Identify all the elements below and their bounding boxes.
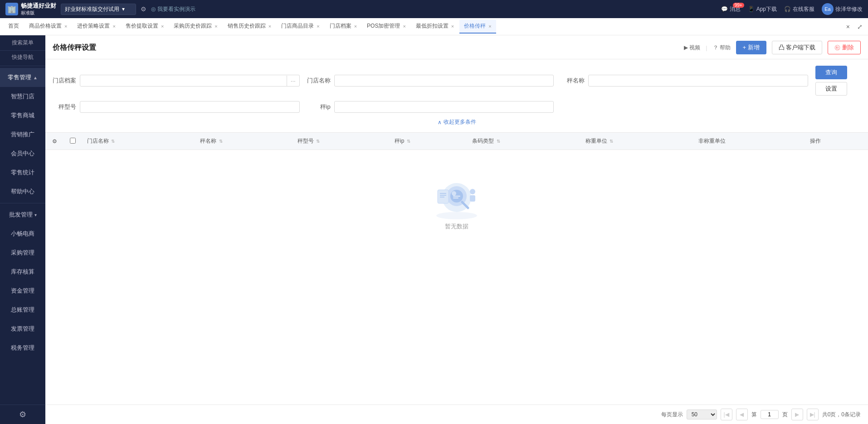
sidebar-item-retail-mall[interactable]: 零售商城 xyxy=(0,106,45,125)
sidebar-item-member-center[interactable]: 会员中心 xyxy=(0,144,45,163)
sidebar-item-help-center[interactable]: 帮助中心 xyxy=(0,182,45,201)
sidebar-item-label: 零售管理 xyxy=(8,73,31,82)
video-link[interactable]: ▶ 视频 xyxy=(684,44,700,52)
sidebar-item-purchase-manage[interactable]: 采购管理 xyxy=(0,243,45,262)
delete-button[interactable]: ㊓ 删除 xyxy=(828,41,861,54)
filter-scale-name: 秤名称 xyxy=(561,75,808,87)
download-client-button[interactable]: 凸 客户端下载 xyxy=(772,41,823,54)
col-scale-name[interactable]: 秤名称 ⇅ xyxy=(195,133,292,150)
sort-icon: ⇅ xyxy=(407,139,410,144)
sidebar-item-retail-stats[interactable]: 零售统计 xyxy=(0,163,45,182)
col-scale-ip[interactable]: 秤ip ⇅ xyxy=(389,133,467,150)
tab-price-setting[interactable]: 商品价格设置 × xyxy=(24,19,72,34)
tab-sale-history[interactable]: 销售历史价跟踪 × xyxy=(223,19,276,34)
sidebar-item-tax-manage[interactable]: 税务管理 xyxy=(0,338,45,357)
col-barcode-type[interactable]: 条码类型 ⇅ xyxy=(467,133,580,150)
query-button[interactable]: 查询 xyxy=(815,66,847,79)
tab-shop-archive[interactable]: 门店档案 × xyxy=(325,19,361,34)
close-icon[interactable]: × xyxy=(488,24,491,29)
shop-archive-input[interactable] xyxy=(80,75,287,86)
sidebar-item-smart-shop[interactable]: 智慧门店 xyxy=(0,87,45,106)
tab-sale-extract[interactable]: 售价提取设置 × xyxy=(121,19,168,34)
version-selector[interactable]: 好业财标准版交付试用 ▾ xyxy=(61,4,136,15)
app-download-btn[interactable]: 📱 App下载 xyxy=(748,5,777,13)
scale-name-input[interactable] xyxy=(588,75,808,87)
sidebar-item-label: 总账管理 xyxy=(11,306,34,314)
close-icon[interactable]: × xyxy=(354,24,357,29)
prev-page-btn[interactable]: ◀ xyxy=(736,409,748,420)
page-header-actions: ▶ 视频 | ？ 帮助 + 新增 凸 客户端下载 ㊓ 删除 xyxy=(684,41,861,54)
first-page-btn[interactable]: |◀ xyxy=(721,409,732,420)
online-service-btn[interactable]: 🎧 在线客服 xyxy=(784,5,814,13)
tab-purchase-history[interactable]: 采购历史价跟踪 × xyxy=(169,19,222,34)
sidebar-item-retail-manage[interactable]: 零售管理 ▲ xyxy=(0,68,45,87)
pagination-bar: 每页显示 50 20 100 |◀ ◀ 算 页 ▶ ▶| 共0页，0条记录 xyxy=(45,405,868,424)
avatar: Ea xyxy=(822,3,834,15)
last-page-btn[interactable]: ▶| xyxy=(807,409,819,420)
sidebar-item-marketing[interactable]: 营销推广 xyxy=(0,125,45,144)
separator1: | xyxy=(706,44,707,51)
tab-pos-manage[interactable]: POS加密管理 × xyxy=(362,19,410,34)
filter-collapse-btn[interactable]: ∧ 收起更多条件 xyxy=(53,118,861,126)
ellipsis-icon[interactable]: ··· xyxy=(287,76,299,86)
sidebar-item-label: 小畅电商 xyxy=(11,230,34,238)
svg-rect-13 xyxy=(470,195,475,202)
sidebar-settings-btn[interactable]: ⚙ xyxy=(0,405,45,424)
close-icon[interactable]: × xyxy=(317,24,319,29)
close-icon[interactable]: × xyxy=(451,24,454,29)
sidebar: 搜索菜单 快捷导航 零售管理 ▲ 智慧门店 零售商城 营销推广 会员中心 零售统… xyxy=(0,35,45,424)
sidebar-search[interactable]: 搜索菜单 xyxy=(0,35,45,51)
tab-purchase-strategy[interactable]: 进价策略设置 × xyxy=(73,19,120,34)
sidebar-divider2 xyxy=(0,203,45,203)
sidebar-item-general-ledger[interactable]: 总账管理 xyxy=(0,300,45,319)
svg-point-0 xyxy=(436,212,477,219)
next-page-btn[interactable]: ▶ xyxy=(791,409,803,420)
table-header: ⚙ 门店名称 ⇅ 秤名称 ⇅ 秤型号 xyxy=(45,133,868,150)
sidebar-item-wholesale-manage[interactable]: 批发管理 ▾ xyxy=(0,205,45,224)
help-link[interactable]: ？ 帮助 xyxy=(713,44,731,52)
close-icon[interactable]: × xyxy=(268,24,271,29)
fullscreen-icon[interactable]: ⤢ xyxy=(855,22,864,31)
col-shop-name[interactable]: 门店名称 ⇅ xyxy=(82,133,195,150)
filter-row-2: 秤型号 秤ip xyxy=(53,101,861,113)
sidebar-item-invoice-manage[interactable]: 发票管理 xyxy=(0,319,45,338)
close-icon[interactable]: × xyxy=(112,24,115,29)
tab-bar-actions: × ⤢ xyxy=(844,22,864,31)
close-icon[interactable]: × xyxy=(161,24,164,29)
page-title: 价格传秤设置 xyxy=(53,43,96,53)
close-icon[interactable]: × xyxy=(403,24,405,29)
page-size-select[interactable]: 50 20 100 xyxy=(687,410,717,419)
sidebar-item-label: 资金管理 xyxy=(11,287,34,295)
sidebar-item-fund-manage[interactable]: 资金管理 xyxy=(0,281,45,300)
chevron-down-icon: ▾ xyxy=(122,6,125,12)
close-icon[interactable]: × xyxy=(64,24,67,29)
sidebar-item-label: 库存核算 xyxy=(11,268,34,276)
close-tab-btn[interactable]: × xyxy=(844,22,852,31)
filter-row-1: 门店档案 ··· 门店名称 秤名称 查询 设置 xyxy=(53,66,861,96)
scale-ip-input[interactable] xyxy=(334,101,554,113)
close-icon[interactable]: × xyxy=(215,24,217,29)
message-btn[interactable]: 💬 消息 99+ xyxy=(721,5,741,13)
main-layout: 搜索菜单 快捷导航 零售管理 ▲ 智慧门店 零售商城 营销推广 会员中心 零售统… xyxy=(0,35,868,424)
page-input[interactable] xyxy=(761,410,779,419)
user-info[interactable]: Ea 徐泽华修改 xyxy=(822,3,863,15)
col-weight-unit[interactable]: 称重单位 ⇅ xyxy=(580,133,693,150)
demo-link[interactable]: ◎ 我要看实例演示 xyxy=(151,5,195,13)
sidebar-quick-nav[interactable]: 快捷导航 xyxy=(0,51,45,64)
select-all-checkbox[interactable] xyxy=(70,138,76,144)
settings-icon[interactable]: ⚙ xyxy=(141,5,146,13)
col-settings[interactable]: ⚙ xyxy=(45,133,63,150)
tab-price-scale[interactable]: 价格传秤 × xyxy=(459,19,496,34)
col-scale-model[interactable]: 秤型号 ⇅ xyxy=(292,133,389,150)
tab-shop-catalog[interactable]: 门店商品目录 × xyxy=(277,19,324,34)
tab-home[interactable]: 首页 xyxy=(4,19,24,34)
chevron-down-icon: ▾ xyxy=(34,212,37,217)
sidebar-item-small-ecom[interactable]: 小畅电商 xyxy=(0,224,45,243)
scale-model-input[interactable] xyxy=(80,101,300,113)
tab-min-discount[interactable]: 最低折扣设置 × xyxy=(411,19,458,34)
shop-name-input[interactable] xyxy=(334,75,554,87)
add-button[interactable]: + 新增 xyxy=(736,41,766,54)
setting-button[interactable]: 设置 xyxy=(815,82,847,96)
shop-archive-input-wrapper: ··· xyxy=(80,75,300,87)
sidebar-item-inventory[interactable]: 库存核算 xyxy=(0,262,45,281)
